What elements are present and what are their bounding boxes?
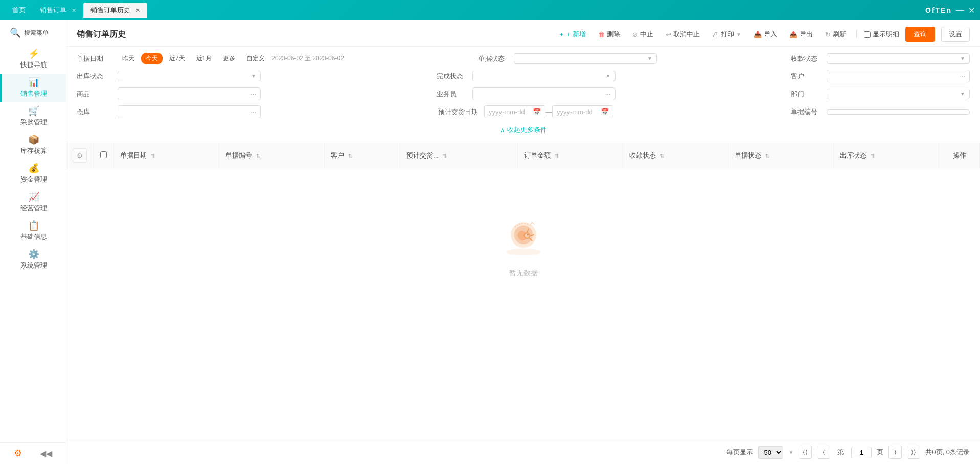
payment-status-label: 收款状态 [791, 54, 827, 63]
page-header: 销售订单历史 ＋ + 新增 🗑 删除 ⊘ 中止 ↩ 取消中止 [66, 20, 980, 47]
payment-sort-icon[interactable]: ⇅ [660, 153, 664, 159]
delivery-status-sort-icon[interactable]: ⇅ [871, 153, 875, 159]
th-bill-no-label: 单据编号 [225, 151, 252, 159]
date-btn-7days[interactable]: 近7天 [165, 53, 190, 64]
bill-status-sort-icon[interactable]: ⇅ [765, 153, 769, 159]
refresh-button[interactable]: ↻ 刷新 [822, 28, 849, 41]
salesperson-input[interactable]: ··· [472, 87, 616, 100]
tab-sales-order-label: 销售订单 [40, 6, 66, 15]
sidebar-item-sales-mgmt[interactable]: 📊 销售管理 [0, 74, 66, 102]
sidebar-item-base-info[interactable]: 📋 基础信息 [0, 217, 66, 246]
sidebar-sales-mgmt-label: 销售管理 [20, 89, 47, 98]
sidebar-item-finance[interactable]: 💰 资金管理 [0, 160, 66, 188]
date-btn-1month[interactable]: 近1月 [192, 53, 217, 64]
top-bar: 首页 销售订单 ✕ 销售订单历史 ✕ OfTEn — ✕ [0, 0, 980, 20]
stop-button[interactable]: ⊘ 中止 [629, 28, 656, 41]
sidebar-search-label: 搜索菜单 [24, 29, 49, 37]
date-btn-today[interactable]: 今天 [141, 53, 163, 64]
sidebar-item-operations[interactable]: 📈 经营管理 [0, 188, 66, 217]
amount-sort-icon[interactable]: ⇅ [555, 153, 559, 159]
collapse-label: 收起更多条件 [507, 125, 547, 135]
bill-status-chevron: ▼ [647, 56, 652, 61]
sidebar-settings-icon[interactable]: ⚙ [14, 448, 22, 459]
refresh-label: 刷新 [833, 30, 846, 39]
sidebar-inventory-label: 库存核算 [20, 146, 47, 156]
sidebar-collapse-icon[interactable]: ◀◀ [40, 449, 52, 458]
filter-row-3: 商品 ··· 业务员 ··· 部门 ▼ [77, 87, 970, 100]
cancel-stop-button[interactable]: ↩ 取消中止 [663, 28, 703, 41]
import-button[interactable]: 📥 导入 [750, 28, 780, 41]
payment-status-select[interactable]: ▼ [827, 53, 970, 64]
tab-home[interactable]: 首页 [5, 3, 33, 18]
show-detail-checkbox-label[interactable]: 显示明细 [864, 30, 899, 39]
svg-point-8 [527, 234, 528, 235]
tab-sales-order[interactable]: 销售订单 ✕ [33, 3, 83, 18]
sidebar-item-sys-mgmt[interactable]: ⚙️ 系统管理 [0, 246, 66, 274]
th-checkbox[interactable] [94, 143, 114, 168]
delivery-date-to[interactable]: yyyy-mm-dd 📅 [552, 105, 613, 118]
prev-page-button[interactable]: ⟨ [817, 446, 830, 459]
tab-sales-order-close[interactable]: ✕ [72, 7, 76, 14]
customer-input[interactable]: ··· [827, 70, 970, 82]
customer-sort-icon[interactable]: ⇅ [348, 153, 352, 159]
date-btn-yesterday[interactable]: 昨天 [118, 53, 139, 64]
bill-no-label: 单据编号 [791, 107, 827, 117]
customer-label: 客户 [791, 72, 827, 81]
salesperson-label: 业务员 [437, 90, 472, 99]
empty-state: 暂无数据 [66, 168, 980, 319]
department-select[interactable]: ▼ [827, 89, 970, 99]
query-button[interactable]: 查询 [905, 27, 935, 42]
warehouse-input[interactable]: ··· [118, 105, 261, 118]
completion-status-select[interactable]: ▼ [472, 71, 616, 81]
delivery-status-select[interactable]: ▼ [118, 71, 261, 81]
last-page-button[interactable]: ⟩⟩ [907, 446, 920, 459]
date-btn-custom[interactable]: 自定义 [242, 53, 269, 64]
sidebar-item-quick-nav[interactable]: ⚡ 快捷导航 [0, 45, 66, 74]
page-number-input[interactable] [851, 447, 872, 458]
delivery-date-from-text: yyyy-mm-dd [489, 108, 525, 116]
select-all-checkbox[interactable] [100, 151, 107, 158]
th-bill-status-label: 单据状态 [735, 151, 761, 159]
toolbar-divider [856, 30, 857, 38]
page-size-select[interactable]: 50 [758, 446, 783, 459]
bill-status-select[interactable]: ▼ [514, 53, 657, 64]
column-settings-btn[interactable]: ⚙ [73, 148, 87, 163]
export-button[interactable]: 📤 导出 [786, 28, 816, 41]
new-button[interactable]: ＋ + 新增 [555, 28, 589, 41]
delivery-sort-icon[interactable]: ⇅ [443, 153, 447, 159]
tab-history-close[interactable]: ✕ [135, 7, 140, 14]
date-sort-icon[interactable]: ⇅ [151, 153, 155, 159]
goods-input[interactable]: ··· [118, 87, 261, 100]
th-delivery-date-label: 预计交货... [406, 151, 439, 159]
print-button[interactable]: 🖨 打印 ▼ [709, 28, 744, 41]
delivery-date-label: 预计交货日期 [438, 107, 484, 117]
sidebar-bottom: ⚙ ◀◀ [0, 442, 66, 464]
delivery-date-from[interactable]: yyyy-mm-dd 📅 [484, 105, 545, 118]
th-settings[interactable]: ⚙ [66, 143, 94, 168]
refresh-icon: ↻ [825, 31, 831, 38]
next-page-button[interactable]: ⟩ [888, 446, 902, 459]
customer-dots: ··· [960, 72, 965, 80]
goods-dots: ··· [250, 90, 256, 98]
settings-button[interactable]: 设置 [941, 27, 970, 42]
bill-no-sort-icon[interactable]: ⇅ [256, 153, 260, 159]
window-minimize[interactable]: — [956, 6, 964, 15]
delete-button[interactable]: 🗑 删除 [595, 28, 623, 41]
date-btn-more[interactable]: 更多 [218, 53, 240, 64]
toolbar: ＋ + 新增 🗑 删除 ⊘ 中止 ↩ 取消中止 🖨 打印 [555, 27, 970, 42]
window-close[interactable]: ✕ [968, 6, 975, 15]
goods-label: 商品 [77, 90, 118, 99]
sidebar-item-search[interactable]: 🔍 搜索菜单 [0, 20, 66, 45]
sidebar-item-inventory[interactable]: 📦 库存核算 [0, 131, 66, 160]
purchase-mgmt-icon: 🛒 [28, 106, 39, 116]
warehouse-dots: ··· [250, 108, 256, 116]
collapse-bar[interactable]: ∧ 收起更多条件 [77, 123, 970, 137]
bill-no-input[interactable] [827, 109, 970, 115]
total-info: 共0页, 0条记录 [925, 448, 970, 457]
export-icon: 📤 [789, 31, 797, 38]
show-detail-checkbox[interactable] [864, 31, 871, 38]
sidebar-item-purchase-mgmt[interactable]: 🛒 采购管理 [0, 102, 66, 131]
first-page-button[interactable]: ⟨⟨ [799, 446, 812, 459]
tab-sales-order-history[interactable]: 销售订单历史 ✕ [83, 3, 147, 18]
empty-text: 暂无数据 [509, 269, 538, 278]
